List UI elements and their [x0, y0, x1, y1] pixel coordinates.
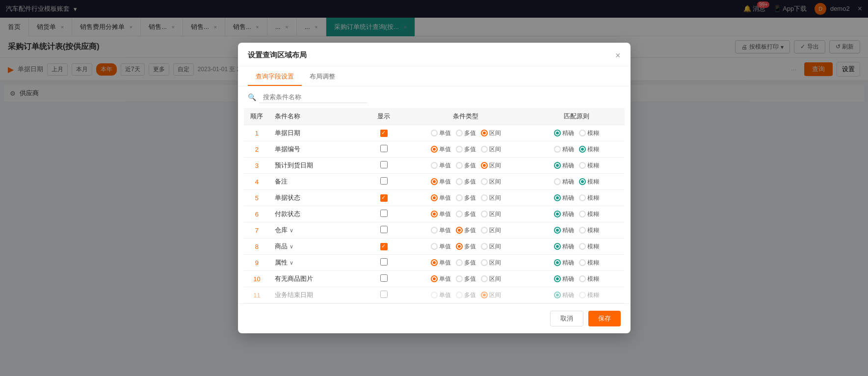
type-option-单值[interactable]: 单值 [431, 226, 451, 235]
radio-circle-icon [456, 243, 463, 250]
type-option-区间[interactable]: 区间 [481, 194, 501, 202]
show-checkbox[interactable] [380, 226, 388, 233]
row-show-checkbox-cell [365, 255, 402, 271]
show-checkbox[interactable] [380, 258, 388, 266]
type-option-多值[interactable]: 多值 [456, 259, 476, 267]
match-option-精确[interactable]: 精确 [554, 275, 574, 283]
match-option-模糊[interactable]: 模糊 [579, 194, 599, 202]
row-condition-name: 单据日期 [270, 125, 365, 141]
modal-title: 设置查询区域布局 [248, 51, 307, 60]
row-type-cell: 单值多值区间 [402, 271, 529, 287]
row-condition-name: 业务结束日期 [270, 287, 365, 303]
search-input[interactable] [259, 91, 367, 103]
row-show-checkbox-cell [365, 158, 402, 174]
type-option-区间[interactable]: 区间 [481, 161, 501, 170]
type-option-单值[interactable]: 单值 [431, 210, 451, 218]
show-checkbox[interactable] [380, 161, 388, 168]
radio-teal-icon [579, 178, 586, 185]
match-option-模糊[interactable]: 模糊 [579, 275, 599, 283]
type-option-单值[interactable]: 单值 [431, 178, 451, 186]
type-option-多值[interactable]: 多值 [456, 210, 476, 218]
match-option-模糊[interactable]: 模糊 [579, 178, 599, 186]
radio-teal-icon [554, 178, 561, 185]
show-checkbox[interactable] [380, 145, 388, 152]
row-show-checkbox-cell [365, 239, 402, 255]
show-checkbox[interactable] [380, 177, 388, 185]
match-option-模糊[interactable]: 模糊 [579, 291, 599, 299]
type-option-多值[interactable]: 多值 [456, 275, 476, 283]
show-checkbox[interactable] [380, 291, 388, 298]
radio-circle-icon [456, 194, 463, 201]
match-option-精确[interactable]: 精确 [554, 161, 574, 170]
radio-teal-icon [554, 146, 561, 153]
type-option-单值[interactable]: 单值 [431, 161, 451, 170]
type-option-区间[interactable]: 区间 [481, 178, 501, 186]
match-option-精确[interactable]: 精确 [554, 129, 574, 137]
type-option-区间[interactable]: 区间 [481, 129, 501, 137]
type-option-多值[interactable]: 多值 [456, 161, 476, 170]
type-option-多值[interactable]: 多值 [456, 291, 476, 299]
match-option-模糊[interactable]: 模糊 [579, 129, 599, 137]
type-option-单值[interactable]: 单值 [431, 259, 451, 267]
show-checkbox[interactable] [380, 194, 388, 202]
type-option-单值[interactable]: 单值 [431, 129, 451, 137]
row-match-cell: 精确模糊 [529, 125, 624, 141]
radio-circle-icon [456, 146, 463, 153]
row-type-cell: 单值多值区间 [402, 174, 529, 190]
match-option-模糊[interactable]: 模糊 [579, 210, 599, 218]
match-option-模糊[interactable]: 模糊 [579, 161, 599, 170]
row-match-cell: 精确模糊 [529, 158, 624, 174]
row-match-cell: 精确模糊 [529, 206, 624, 222]
radio-teal-icon [554, 211, 561, 217]
save-button[interactable]: 保存 [588, 311, 621, 326]
type-option-单值[interactable]: 单值 [431, 291, 451, 299]
type-option-区间[interactable]: 区间 [481, 145, 501, 154]
type-option-区间[interactable]: 区间 [481, 242, 501, 251]
type-option-单值[interactable]: 单值 [431, 145, 451, 154]
type-option-多值[interactable]: 多值 [456, 145, 476, 154]
type-option-区间[interactable]: 区间 [481, 259, 501, 267]
type-option-区间[interactable]: 区间 [481, 291, 501, 299]
row-type-cell: 单值多值区间 [402, 141, 529, 158]
type-option-单值[interactable]: 单值 [431, 242, 451, 251]
table-row: 3预计到货日期单值多值区间精确模糊 [244, 158, 625, 174]
type-option-多值[interactable]: 多值 [456, 194, 476, 202]
radio-teal-icon [579, 162, 586, 169]
type-option-区间[interactable]: 区间 [481, 226, 501, 235]
match-option-模糊[interactable]: 模糊 [579, 145, 599, 154]
type-option-多值[interactable]: 多值 [456, 178, 476, 186]
match-option-精确[interactable]: 精确 [554, 259, 574, 267]
modal-close-button[interactable]: × [615, 51, 621, 60]
match-option-精确[interactable]: 精确 [554, 226, 574, 235]
row-order: 5 [244, 190, 270, 206]
match-option-模糊[interactable]: 模糊 [579, 242, 599, 251]
match-option-模糊[interactable]: 模糊 [579, 259, 599, 267]
modal-tab-query-fields[interactable]: 查询字段设置 [248, 68, 302, 86]
radio-teal-icon [554, 162, 561, 169]
cancel-button[interactable]: 取消 [550, 311, 583, 326]
match-option-精确[interactable]: 精确 [554, 145, 574, 154]
show-checkbox[interactable] [380, 130, 388, 137]
row-show-checkbox-cell [365, 222, 402, 239]
modal-tab-layout[interactable]: 布局调整 [302, 68, 343, 86]
match-option-精确[interactable]: 精确 [554, 210, 574, 218]
show-checkbox[interactable] [380, 243, 388, 250]
row-condition-name: 单据编号 [270, 141, 365, 158]
radio-teal-icon [579, 194, 586, 201]
type-option-区间[interactable]: 区间 [481, 275, 501, 283]
type-option-单值[interactable]: 单值 [431, 194, 451, 202]
match-option-精确[interactable]: 精确 [554, 291, 574, 299]
type-option-单值[interactable]: 单值 [431, 275, 451, 283]
match-option-精确[interactable]: 精确 [554, 194, 574, 202]
type-option-多值[interactable]: 多值 [456, 226, 476, 235]
table-row: 5单据状态单值多值区间精确模糊 [244, 190, 625, 206]
match-option-精确[interactable]: 精确 [554, 178, 574, 186]
match-option-模糊[interactable]: 模糊 [579, 226, 599, 235]
type-option-多值[interactable]: 多值 [456, 129, 476, 137]
show-checkbox[interactable] [380, 210, 388, 217]
row-condition-name: 仓库 ∨ [270, 222, 365, 239]
type-option-多值[interactable]: 多值 [456, 242, 476, 251]
show-checkbox[interactable] [380, 274, 388, 282]
type-option-区间[interactable]: 区间 [481, 210, 501, 218]
match-option-精确[interactable]: 精确 [554, 242, 574, 251]
